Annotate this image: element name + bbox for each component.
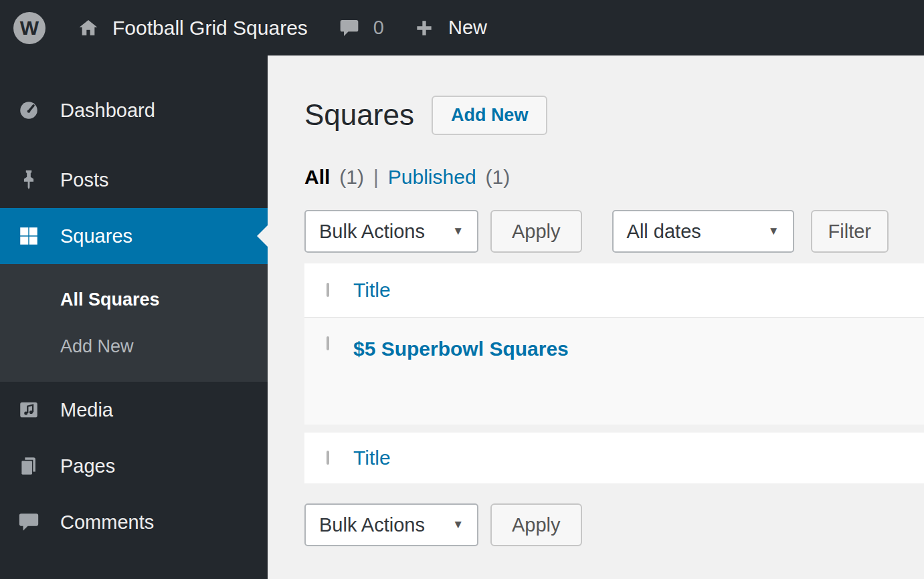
filter-all-label: All (304, 166, 330, 188)
wordpress-logo[interactable]: W (13, 12, 45, 44)
sidebar-item-label: Dashboard (60, 100, 155, 122)
tablenav-top: Bulk Actions ▼ Apply All dates ▼ Filter (304, 210, 924, 253)
bulk-actions-value: Bulk Actions (319, 514, 425, 536)
site-name-label: Football Grid Squares (112, 17, 308, 39)
filter-published-count: (1) (486, 166, 511, 189)
comment-bubble-icon (339, 17, 360, 39)
submenu-item-label: All Squares (60, 290, 160, 310)
sidebar-item-media[interactable]: Media (0, 382, 268, 438)
pushpin-icon (17, 168, 40, 191)
wordpress-admin: W Football Grid Squares 0 New (0, 0, 924, 579)
sidebar-item-add-new[interactable]: Add New (0, 323, 268, 370)
sidebar-item-pages[interactable]: Pages (0, 438, 268, 494)
sidebar-item-posts[interactable]: Posts (0, 152, 268, 208)
filter-separator: | (373, 166, 379, 189)
apply-button-bottom[interactable]: Apply (490, 503, 582, 546)
filter-published-link[interactable]: Published (388, 166, 476, 189)
add-new-button[interactable]: Add New (432, 96, 548, 135)
status-filter-links: All (1) | Published (1) (304, 166, 924, 189)
wordpress-logo-icon: W (13, 12, 45, 44)
admin-menu: Dashboard Posts Squares All Squares (0, 55, 268, 579)
column-title-header[interactable]: Title (353, 279, 391, 302)
sidebar-item-squares[interactable]: Squares (0, 208, 268, 264)
comments-count: 0 (373, 17, 384, 39)
sidebar-item-label: Media (60, 399, 113, 421)
pages-icon (17, 455, 40, 477)
sidebar-item-dashboard[interactable]: Dashboard (0, 82, 268, 138)
row-checkbox-cell (304, 338, 329, 350)
sidebar-item-all-squares[interactable]: All Squares (0, 276, 268, 323)
site-name-link[interactable]: Football Grid Squares (78, 17, 308, 39)
submenu-item-label: Add New (60, 336, 134, 357)
grid-squares-icon (17, 225, 40, 247)
admin-bar: W Football Grid Squares 0 New (0, 0, 924, 55)
table-row: $5 Superbowl Squares (304, 318, 924, 425)
bulk-actions-select-bottom[interactable]: Bulk Actions ▼ (304, 503, 478, 546)
page-header: Squares Add New (304, 96, 924, 135)
filter-all-count: (1) (339, 166, 364, 189)
table-footer: Title (304, 433, 924, 483)
dropdown-arrow-icon: ▼ (452, 518, 464, 532)
page-title: Squares (304, 98, 414, 133)
tablenav-bottom: Bulk Actions ▼ Apply (304, 503, 924, 546)
apply-button[interactable]: Apply (490, 210, 582, 253)
sidebar-item-label: Squares (60, 225, 132, 247)
sidebar-item-comments[interactable]: Comments (0, 494, 268, 550)
squares-list-table: Title $5 Superbowl Squares Title (304, 263, 924, 483)
select-all-cell-bottom (304, 452, 329, 464)
admin-bar-new[interactable]: New (413, 17, 487, 39)
column-title-footer[interactable]: Title (353, 447, 391, 469)
bulk-actions-value: Bulk Actions (319, 221, 425, 243)
dropdown-arrow-icon: ▼ (452, 225, 464, 238)
filter-button[interactable]: Filter (811, 210, 889, 253)
row-checkbox[interactable] (327, 336, 329, 350)
dropdown-arrow-icon: ▼ (768, 225, 779, 238)
new-label: New (448, 17, 487, 39)
select-all-checkbox-bottom[interactable] (327, 451, 329, 465)
bulk-actions-select[interactable]: Bulk Actions ▼ (304, 210, 478, 253)
sidebar-item-label: Comments (60, 511, 154, 534)
date-filter-select[interactable]: All dates ▼ (612, 210, 794, 253)
filter-all-link[interactable]: All (304, 166, 330, 189)
date-filter-value: All dates (627, 221, 701, 243)
select-all-checkbox[interactable] (327, 283, 329, 297)
home-icon (78, 17, 99, 39)
current-menu-arrow-icon (246, 225, 268, 247)
admin-bar-comments[interactable]: 0 (339, 17, 384, 39)
squares-submenu: All Squares Add New (0, 264, 268, 382)
table-header: Title (304, 263, 924, 318)
comments-icon (17, 511, 40, 534)
dashboard-icon (17, 99, 40, 122)
row-title-link[interactable]: $5 Superbowl Squares (353, 338, 569, 360)
main-content: Squares Add New All (1) | Published (1) … (268, 55, 924, 579)
media-icon (17, 398, 40, 421)
plus-icon (413, 17, 435, 39)
sidebar-item-label: Pages (60, 455, 115, 477)
sidebar-item-label: Posts (60, 169, 109, 191)
menu-separator (0, 138, 268, 152)
select-all-cell (304, 284, 329, 296)
